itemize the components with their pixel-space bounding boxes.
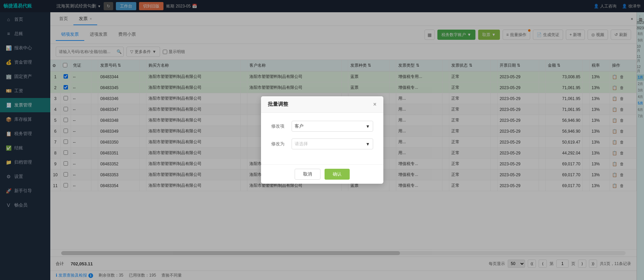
modal-header: 批量调整 × xyxy=(261,96,383,113)
modal-title: 批量调整 xyxy=(268,101,288,108)
batch-adjust-modal: 批量调整 × 修改项 客户 ▼ 修改为 请选择 ▼ 取消 确认 xyxy=(261,96,383,184)
change-to-select[interactable]: 请选择 ▼ xyxy=(292,138,373,149)
change-to-row: 修改为 请选择 ▼ xyxy=(271,138,373,149)
modal-body: 修改项 客户 ▼ 修改为 请选择 ▼ xyxy=(261,113,383,164)
field-value: 客户 xyxy=(295,123,303,129)
modal-overlay: 批量调整 × 修改项 客户 ▼ 修改为 请选择 ▼ 取消 确认 xyxy=(0,0,644,280)
change-to-placeholder: 请选择 xyxy=(295,141,308,147)
field-dropdown-icon: ▼ xyxy=(366,124,370,129)
field-row: 修改项 客户 ▼ xyxy=(271,121,373,132)
confirm-btn[interactable]: 确认 xyxy=(325,169,350,180)
change-to-dropdown-icon: ▼ xyxy=(366,142,370,147)
field-select[interactable]: 客户 ▼ xyxy=(292,121,373,132)
modal-close-btn[interactable]: × xyxy=(373,101,376,108)
change-to-label: 修改为 xyxy=(271,141,292,147)
field-label: 修改项 xyxy=(271,123,292,129)
modal-footer: 取消 确认 xyxy=(261,164,383,184)
cancel-btn[interactable]: 取消 xyxy=(295,169,320,180)
